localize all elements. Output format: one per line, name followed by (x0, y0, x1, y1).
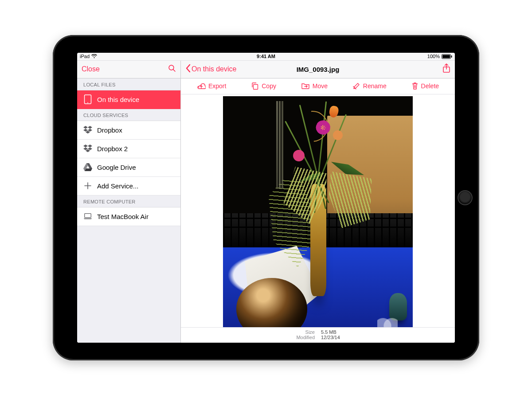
image-preview[interactable] (181, 94, 455, 327)
sidebar: Close LOCAL FILES On this device CLOUD S… (77, 61, 181, 343)
search-icon[interactable] (168, 64, 176, 74)
back-label: On this device (192, 65, 236, 73)
toolbar: Export Copy Move Rename (181, 78, 455, 94)
svg-line-4 (173, 70, 175, 71)
toolbar-label: Export (208, 82, 226, 90)
svg-point-6 (87, 102, 88, 103)
section-header-local: LOCAL FILES (77, 78, 180, 90)
wifi-icon (91, 54, 97, 59)
dropbox-icon (83, 126, 92, 134)
ipad-icon (83, 94, 92, 104)
meta-modified-label: Modified (254, 335, 315, 340)
main-pane: On this device IMG_0093.jpg Export Copy (181, 61, 455, 343)
section-header-remote: REMOTE COMPUTER (77, 196, 180, 207)
sidebar-item-dropbox[interactable]: Dropbox (77, 121, 180, 140)
main-header: On this device IMG_0093.jpg (181, 61, 455, 78)
file-metadata: Size 5.5 MB Modified 12/23/14 (181, 327, 455, 343)
delete-button[interactable]: Delete (411, 82, 439, 90)
home-button[interactable] (458, 190, 473, 205)
chevron-left-icon (185, 64, 191, 74)
sidebar-item-dropbox-2[interactable]: Dropbox 2 (77, 140, 180, 158)
back-button[interactable]: On this device (185, 64, 236, 74)
export-button[interactable]: Export (197, 82, 226, 90)
sidebar-item-google-drive[interactable]: Google Drive (77, 158, 180, 177)
sidebar-item-label: Test MacBook Air (97, 213, 149, 220)
rename-button[interactable]: Rename (352, 82, 387, 90)
move-button[interactable]: Move (301, 82, 328, 90)
battery-icon (442, 54, 452, 59)
sidebar-item-add-service[interactable]: Add Service... (77, 177, 180, 196)
meta-size-value: 5.5 MB (321, 329, 381, 335)
sidebar-item-label: Add Service... (97, 182, 138, 190)
svg-rect-1 (442, 55, 450, 58)
sidebar-item-label: Google Drive (97, 164, 136, 171)
plus-icon (83, 182, 92, 190)
sidebar-item-label: On this device (97, 96, 139, 103)
close-button[interactable]: Close (82, 65, 100, 73)
svg-rect-7 (85, 214, 91, 218)
toolbar-label: Move (313, 82, 328, 90)
battery-label: 100% (427, 54, 440, 59)
toolbar-label: Delete (421, 82, 439, 90)
photo-content (223, 96, 413, 327)
ipad-frame: iPad 9:41 AM 100% Close (53, 35, 479, 360)
carrier-label: iPad (80, 54, 90, 59)
copy-button[interactable]: Copy (251, 82, 276, 90)
toolbar-label: Copy (262, 82, 276, 90)
svg-rect-2 (451, 55, 452, 58)
sidebar-header: Close (77, 61, 180, 78)
file-title: IMG_0093.jpg (297, 66, 340, 73)
laptop-icon (83, 213, 92, 220)
status-bar: iPad 9:41 AM 100% (77, 53, 455, 61)
share-button[interactable] (442, 63, 450, 75)
google-drive-icon (83, 163, 92, 171)
toolbar-label: Rename (363, 82, 387, 90)
sidebar-item-label: Dropbox 2 (97, 145, 128, 153)
sidebar-item-test-macbook-air[interactable]: Test MacBook Air (77, 207, 180, 226)
clock: 9:41 AM (257, 54, 275, 59)
svg-rect-9 (254, 85, 258, 90)
meta-modified-value: 12/23/14 (321, 335, 381, 340)
sidebar-item-on-this-device[interactable]: On this device (77, 90, 180, 109)
meta-size-label: Size (254, 329, 315, 335)
screen: iPad 9:41 AM 100% Close (77, 53, 455, 343)
sidebar-item-label: Dropbox (97, 126, 122, 134)
dropbox-icon (83, 145, 92, 153)
section-header-cloud: CLOUD SERVICES (77, 109, 180, 121)
